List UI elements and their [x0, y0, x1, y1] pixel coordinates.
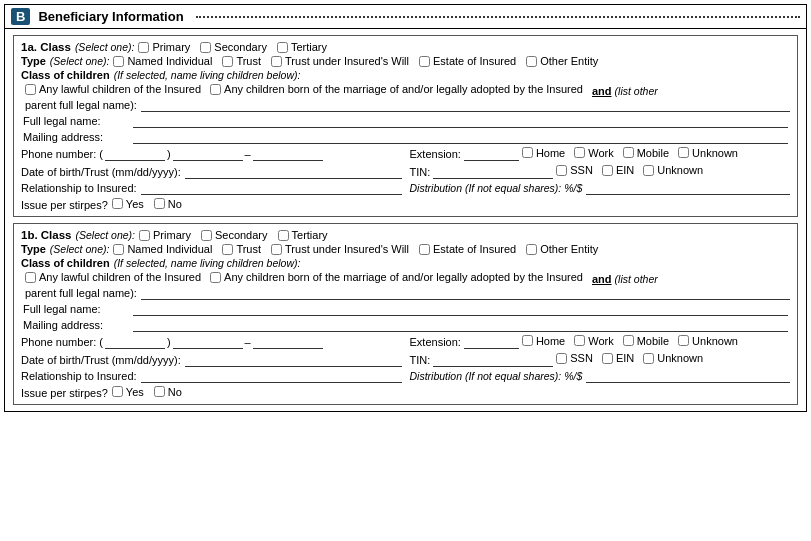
checkbox-secondary-1b[interactable]: Secondary [201, 229, 268, 241]
mailing-address-input-1b[interactable] [133, 319, 788, 332]
checkbox-work-1b[interactable]: Work [574, 335, 613, 347]
checkbox-secondary-input-1a[interactable] [200, 42, 211, 53]
checkbox-secondary-input-1b[interactable] [201, 230, 212, 241]
checkbox-work-1a[interactable]: Work [574, 147, 613, 159]
distribution-input-1b[interactable] [586, 370, 790, 383]
checkbox-other-1b[interactable]: Other Entity [526, 243, 598, 255]
checkbox-no-1a[interactable]: No [154, 198, 182, 210]
checkbox-trust-will-input-1b[interactable] [271, 244, 282, 255]
full-legal-name-input-1a[interactable] [133, 115, 788, 128]
checkbox-yes-1a[interactable]: Yes [112, 198, 144, 210]
checkbox-other-1a[interactable]: Other Entity [526, 55, 598, 67]
checkbox-no-1b[interactable]: No [154, 386, 182, 398]
checkbox-born-1a[interactable]: Any children born of the marriage of and… [210, 83, 583, 95]
checkbox-tertiary-input-1b[interactable] [278, 230, 289, 241]
checkbox-home-input-1b[interactable] [522, 335, 533, 346]
checkbox-trust-input-1a[interactable] [222, 56, 233, 67]
checkbox-unknown-phone-input-1a[interactable] [678, 147, 689, 158]
checkbox-unknown-tin-input-1a[interactable] [643, 165, 654, 176]
checkbox-lawful-input-1b[interactable] [25, 272, 36, 283]
checkbox-ssn-input-1b[interactable] [556, 353, 567, 364]
checkbox-ssn-1b[interactable]: SSN [556, 352, 593, 364]
checkbox-estate-input-1b[interactable] [419, 244, 430, 255]
checkbox-primary-1a[interactable]: Primary [138, 41, 190, 53]
checkbox-primary-1b[interactable]: Primary [139, 229, 191, 241]
checkbox-home-1b[interactable]: Home [522, 335, 565, 347]
checkbox-unknown-phone-1a[interactable]: Unknown [678, 147, 738, 159]
checkbox-born-1b[interactable]: Any children born of the marriage of and… [210, 271, 583, 283]
checkbox-estate-1a[interactable]: Estate of Insured [419, 55, 516, 67]
checkbox-home-input-1a[interactable] [522, 147, 533, 158]
checkbox-named-input-1b[interactable] [113, 244, 124, 255]
parent-name-field-1a[interactable] [141, 99, 790, 112]
full-legal-name-input-1b[interactable] [133, 303, 788, 316]
checkbox-work-input-1b[interactable] [574, 335, 585, 346]
ext-input-1a[interactable] [464, 148, 519, 161]
checkbox-no-input-1a[interactable] [154, 198, 165, 209]
checkbox-other-input-1b[interactable] [526, 244, 537, 255]
checkbox-trust-1a[interactable]: Trust [222, 55, 261, 67]
phone-num1-1a[interactable] [173, 148, 243, 161]
checkbox-born-input-1a[interactable] [210, 84, 221, 95]
mailing-address-input-1a[interactable] [133, 131, 788, 144]
checkbox-ein-1b[interactable]: EIN [602, 352, 634, 364]
checkbox-named-input-1a[interactable] [113, 56, 124, 67]
checkbox-born-input-1b[interactable] [210, 272, 221, 283]
checkbox-trust-will-1b[interactable]: Trust under Insured's Will [271, 243, 409, 255]
ssn-label-1b: SSN [570, 352, 593, 364]
dob-input-1a[interactable] [185, 166, 402, 179]
relationship-input-1a[interactable] [141, 182, 402, 195]
checkbox-home-1a[interactable]: Home [522, 147, 565, 159]
phone-num2-1a[interactable] [253, 148, 323, 161]
checkbox-tertiary-1b[interactable]: Tertiary [278, 229, 328, 241]
tin-input-1b[interactable] [433, 354, 553, 367]
checkbox-lawful-1b[interactable]: Any lawful children of the Insured [25, 271, 201, 283]
phone-num1-1b[interactable] [173, 336, 243, 349]
ext-input-1b[interactable] [464, 336, 519, 349]
checkbox-primary-input-1a[interactable] [138, 42, 149, 53]
checkbox-unknown-phone-1b[interactable]: Unknown [678, 335, 738, 347]
checkbox-work-input-1a[interactable] [574, 147, 585, 158]
checkbox-ssn-input-1a[interactable] [556, 165, 567, 176]
checkbox-named-1b[interactable]: Named Individual [113, 243, 212, 255]
checkbox-yes-input-1a[interactable] [112, 198, 123, 209]
checkbox-lawful-input-1a[interactable] [25, 84, 36, 95]
checkbox-no-input-1b[interactable] [154, 386, 165, 397]
parent-name-field-1b[interactable] [141, 287, 790, 300]
checkbox-ssn-1a[interactable]: SSN [556, 164, 593, 176]
checkbox-estate-1b[interactable]: Estate of Insured [419, 243, 516, 255]
lawful-label-1b: Any lawful children of the Insured [39, 271, 201, 283]
checkbox-trust-will-1a[interactable]: Trust under Insured's Will [271, 55, 409, 67]
checkbox-ein-input-1b[interactable] [602, 353, 613, 364]
checkbox-mobile-1b[interactable]: Mobile [623, 335, 669, 347]
checkbox-other-input-1a[interactable] [526, 56, 537, 67]
checkbox-trust-input-1b[interactable] [222, 244, 233, 255]
checkbox-yes-1b[interactable]: Yes [112, 386, 144, 398]
relationship-input-1b[interactable] [141, 370, 402, 383]
phone-num2-1b[interactable] [253, 336, 323, 349]
checkbox-unknown-phone-input-1b[interactable] [678, 335, 689, 346]
tin-input-1a[interactable] [433, 166, 553, 179]
checkbox-trust-will-input-1a[interactable] [271, 56, 282, 67]
checkbox-tertiary-1a[interactable]: Tertiary [277, 41, 327, 53]
checkbox-unknown-tin-1a[interactable]: Unknown [643, 164, 703, 176]
checkbox-secondary-1a[interactable]: Secondary [200, 41, 267, 53]
checkbox-yes-input-1b[interactable] [112, 386, 123, 397]
dob-input-1b[interactable] [185, 354, 402, 367]
checkbox-mobile-1a[interactable]: Mobile [623, 147, 669, 159]
checkbox-ein-input-1a[interactable] [602, 165, 613, 176]
checkbox-ein-1a[interactable]: EIN [602, 164, 634, 176]
checkbox-primary-input-1b[interactable] [139, 230, 150, 241]
checkbox-unknown-tin-input-1b[interactable] [643, 353, 654, 364]
checkbox-trust-1b[interactable]: Trust [222, 243, 261, 255]
checkbox-unknown-tin-1b[interactable]: Unknown [643, 352, 703, 364]
checkbox-lawful-1a[interactable]: Any lawful children of the Insured [25, 83, 201, 95]
checkbox-mobile-input-1b[interactable] [623, 335, 634, 346]
checkbox-estate-input-1a[interactable] [419, 56, 430, 67]
distribution-input-1a[interactable] [586, 182, 790, 195]
checkbox-named-1a[interactable]: Named Individual [113, 55, 212, 67]
phone-area-1b[interactable] [105, 336, 165, 349]
phone-area-1a[interactable] [105, 148, 165, 161]
checkbox-tertiary-input-1a[interactable] [277, 42, 288, 53]
checkbox-mobile-input-1a[interactable] [623, 147, 634, 158]
